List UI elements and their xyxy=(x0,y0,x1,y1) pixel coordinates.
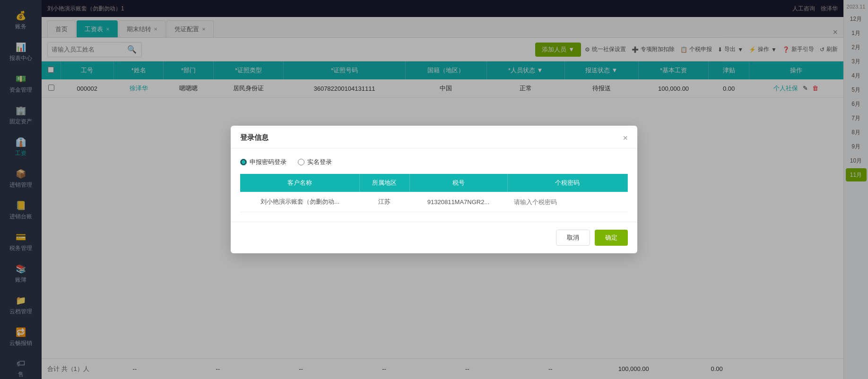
modal-row-name: 刘小艳演示账套（勿删勿动... xyxy=(240,192,360,212)
cancel-button[interactable]: 取消 xyxy=(556,230,590,246)
confirm-button[interactable]: 确定 xyxy=(595,230,628,246)
radio-realname-login[interactable]: 实名登录 xyxy=(298,158,332,166)
modal-table-row: 刘小艳演示账套（勿删勿动... 江苏 91320811MA7NGR2... xyxy=(240,192,628,212)
modal-row-password-input[interactable] xyxy=(507,192,627,212)
modal-col-region: 所属地区 xyxy=(360,174,409,192)
modal-col-password: 个税密码 xyxy=(507,174,627,192)
radio-password-input[interactable] xyxy=(240,159,247,165)
radio-realname-label: 实名登录 xyxy=(307,158,332,166)
modal-col-name: 客户名称 xyxy=(240,174,360,192)
modal-table: 客户名称 所属地区 税号 个税密码 刘小艳演示账套（勿删勿动... 江苏 913… xyxy=(240,174,628,212)
radio-password-label: 申报密码登录 xyxy=(250,158,286,166)
login-info-modal: 登录信息 × 申报密码登录 实名登录 客户名称 所属地区 xyxy=(231,126,637,253)
modal-overlay[interactable]: 登录信息 × 申报密码登录 实名登录 客户名称 所属地区 xyxy=(0,0,868,379)
radio-password-login[interactable]: 申报密码登录 xyxy=(240,158,286,166)
login-type-radio-group: 申报密码登录 实名登录 xyxy=(240,158,628,166)
modal-close-icon[interactable]: × xyxy=(623,134,628,142)
modal-footer: 取消 确定 xyxy=(231,222,637,253)
modal-row-taxno: 91320811MA7NGR2... xyxy=(409,192,507,212)
tax-password-field[interactable] xyxy=(514,198,621,206)
modal-col-taxno: 税号 xyxy=(409,174,507,192)
modal-row-region: 江苏 xyxy=(360,192,409,212)
modal-header: 登录信息 × xyxy=(231,126,637,148)
modal-body: 申报密码登录 实名登录 客户名称 所属地区 税号 个税密码 xyxy=(231,148,637,222)
radio-realname-input[interactable] xyxy=(298,159,304,165)
modal-title: 登录信息 xyxy=(240,133,269,142)
